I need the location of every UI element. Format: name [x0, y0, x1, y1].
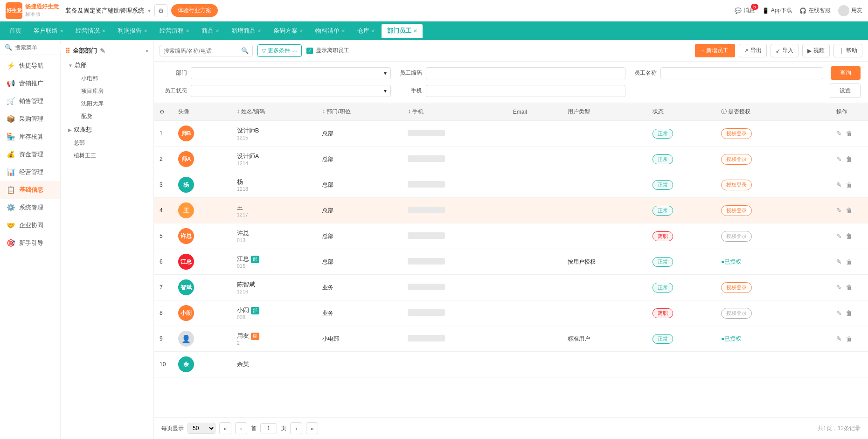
- sidebar-item-basic-info[interactable]: 📋 基础信息: [0, 181, 60, 199]
- sidebar-item-sales[interactable]: 🛒 销售管理: [0, 92, 60, 110]
- sidebar-item-quick-nav[interactable]: ⚡ 快捷导航: [0, 57, 60, 75]
- tab-bom[interactable]: 物料清单 ✕: [310, 24, 351, 38]
- page-size-select[interactable]: 50 100 200: [187, 423, 215, 434]
- auth-btn[interactable]: 授权登录: [721, 308, 752, 319]
- emp-name-input[interactable]: [660, 67, 823, 79]
- edit-icon[interactable]: ✎: [836, 335, 842, 342]
- delete-icon[interactable]: 🗑: [846, 207, 852, 214]
- emp-code-input[interactable]: [426, 67, 626, 79]
- import-btn[interactable]: ↙ 导入: [771, 44, 799, 57]
- search-input[interactable]: [164, 48, 239, 54]
- dept-select[interactable]: ▾: [191, 67, 391, 79]
- help-btn[interactable]: ｜ 帮助: [833, 44, 862, 57]
- settings-btn[interactable]: ⚙: [154, 4, 167, 17]
- dept-settings-icon[interactable]: ✎: [100, 47, 105, 55]
- close-icon[interactable]: ✕: [102, 28, 105, 34]
- edit-icon[interactable]: ✎: [836, 155, 842, 163]
- edit-icon[interactable]: ✎: [836, 232, 842, 240]
- show-resign-check[interactable]: ✓ 显示离职员工: [306, 47, 349, 55]
- online-service-btn[interactable]: 🎧 在线客服: [799, 7, 831, 14]
- page-input[interactable]: [260, 423, 277, 433]
- user-avatar[interactable]: 用友: [838, 5, 862, 16]
- delete-icon[interactable]: 🗑: [846, 232, 852, 240]
- dept-collapse-btn[interactable]: «: [146, 48, 149, 54]
- delete-icon[interactable]: 🗑: [846, 181, 852, 188]
- close-icon[interactable]: ✕: [341, 28, 345, 34]
- more-filter-btn[interactable]: ▽ 更多条件 ︿: [257, 44, 302, 57]
- sidebar-item-enterprise[interactable]: 🤝 企业协同: [0, 216, 60, 234]
- trial-btn[interactable]: 体验行业方案: [171, 4, 218, 17]
- edit-icon[interactable]: ✎: [836, 258, 842, 265]
- prev-page-btn[interactable]: ‹: [235, 422, 247, 434]
- tab-customer[interactable]: 客户联络 ✕: [28, 24, 69, 38]
- close-icon[interactable]: ✕: [257, 28, 261, 34]
- delete-icon[interactable]: 🗑: [846, 309, 852, 317]
- tab-dept-staff[interactable]: 部门员工 ✕: [382, 24, 423, 38]
- edit-icon[interactable]: ✎: [836, 284, 842, 291]
- close-icon[interactable]: ✕: [60, 28, 63, 34]
- sidebar-item-inventory[interactable]: 🏪 库存核算: [0, 128, 60, 146]
- emp-status-select[interactable]: ▾: [191, 85, 391, 97]
- delete-icon[interactable]: 🗑: [846, 155, 852, 163]
- view-btn[interactable]: ▶ 视频: [802, 44, 830, 57]
- auth-btn[interactable]: 授权登录: [721, 128, 752, 139]
- tab-barcode[interactable]: 条码方案 ✕: [268, 24, 309, 38]
- auth-btn[interactable]: 授权登录: [721, 231, 752, 242]
- tab-new-goods[interactable]: 新增商品 ✕: [226, 24, 267, 38]
- tree-leaf-zongbu[interactable]: 总部: [61, 137, 153, 149]
- edit-icon[interactable]: ✎: [836, 207, 842, 214]
- sidebar-item-guide[interactable]: 🎯 新手引导: [0, 234, 60, 252]
- th-dept-position[interactable]: ↕ 部门/职位: [317, 103, 402, 121]
- sidebar-item-finance[interactable]: 💰 资金管理: [0, 146, 60, 163]
- th-name-code[interactable]: ↕ 姓名/编码: [231, 103, 317, 121]
- close-icon[interactable]: ✕: [299, 28, 303, 34]
- first-page-btn[interactable]: «: [219, 422, 231, 434]
- delete-icon[interactable]: 🗑: [846, 284, 852, 291]
- th-settings[interactable]: ⚙: [154, 103, 173, 121]
- tree-node-shuanglu[interactable]: ▶ 双鹿想: [61, 123, 153, 137]
- tree-leaf-shenyang[interactable]: 沈阳大库: [68, 98, 153, 110]
- tab-profit[interactable]: 利润报告 ✕: [112, 24, 153, 38]
- tab-operations[interactable]: 经营情况 ✕: [70, 24, 111, 38]
- th-phone[interactable]: ↕ 手机: [402, 103, 507, 121]
- delete-icon[interactable]: 🗑: [846, 258, 852, 265]
- sidebar-item-system[interactable]: ⚙️ 系统管理: [0, 199, 60, 216]
- phone-input[interactable]: [426, 85, 626, 97]
- edit-icon[interactable]: ✎: [836, 309, 842, 317]
- system-title-dropdown[interactable]: ▾: [148, 7, 151, 14]
- edit-icon[interactable]: ✎: [836, 130, 842, 137]
- tree-leaf-xiaodian[interactable]: 小电部: [68, 72, 153, 85]
- add-employee-btn[interactable]: + 新增员工: [695, 44, 735, 57]
- close-icon[interactable]: ✕: [144, 28, 147, 34]
- checkbox-show-resign[interactable]: ✓: [306, 48, 313, 54]
- auth-btn[interactable]: 授权登录: [721, 282, 752, 293]
- reset-btn[interactable]: 设置: [830, 84, 861, 98]
- sidebar-item-operations[interactable]: 📊 经营管理: [0, 163, 60, 181]
- auth-btn[interactable]: 授权登录: [721, 180, 752, 190]
- delete-icon[interactable]: 🗑: [846, 130, 852, 137]
- tab-history[interactable]: 经营历程 ✕: [154, 24, 195, 38]
- close-icon[interactable]: ✕: [371, 28, 375, 34]
- export-btn[interactable]: ↗ 导出: [739, 44, 767, 57]
- tab-home[interactable]: 首页: [4, 24, 27, 38]
- last-page-btn[interactable]: »: [306, 422, 318, 434]
- query-btn[interactable]: 查询: [831, 66, 861, 80]
- sidebar-item-purchase[interactable]: 📦 采购管理: [0, 110, 60, 128]
- tree-leaf-project[interactable]: 项目库房: [68, 85, 153, 98]
- app-download-btn[interactable]: 📱 App下载: [762, 7, 792, 14]
- auth-btn[interactable]: 授权登录: [721, 205, 752, 216]
- close-icon[interactable]: ✕: [186, 28, 189, 34]
- tab-goods[interactable]: 商品 ✕: [196, 24, 225, 38]
- close-icon-active[interactable]: ✕: [413, 28, 417, 34]
- auth-btn[interactable]: 授权登录: [721, 154, 752, 165]
- tree-leaf-peihuo[interactable]: 配货: [68, 110, 153, 123]
- next-page-btn[interactable]: ›: [290, 422, 302, 434]
- tab-warehouse[interactable]: 仓库 ✕: [352, 24, 381, 38]
- delete-icon[interactable]: 🗑: [846, 335, 852, 342]
- edit-icon[interactable]: ✎: [836, 181, 842, 188]
- message-btn[interactable]: 💬 消息 5: [735, 7, 755, 14]
- tree-leaf-zhishu[interactable]: 植树王三: [61, 149, 153, 162]
- sidebar-item-marketing[interactable]: 📢 营销推广: [0, 75, 60, 92]
- close-icon[interactable]: ✕: [215, 28, 219, 34]
- tree-node-general[interactable]: ▼ 总部: [61, 58, 153, 72]
